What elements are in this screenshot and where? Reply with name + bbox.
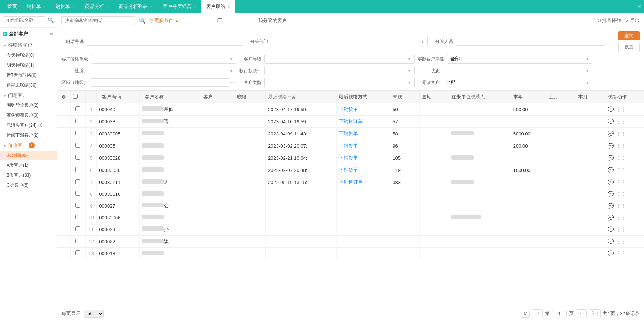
this-month-column-header[interactable]: 本月... bbox=[576, 91, 605, 103]
more-action-icon[interactable]: ⋮⋮ bbox=[616, 179, 626, 185]
last-method-link[interactable]: 下销货单 bbox=[339, 167, 358, 173]
checkbox-cell[interactable] bbox=[70, 200, 86, 212]
chat-action-icon[interactable]: 💬 bbox=[608, 226, 614, 232]
more-action-icon[interactable]: ⋮⋮ bbox=[616, 143, 626, 149]
overdue-column-header[interactable]: 逾期... bbox=[420, 91, 449, 103]
sidebar-item-overdue[interactable]: 逾期未联络(30) bbox=[0, 80, 57, 90]
last-method-column-header[interactable]: 最后联络方式 bbox=[336, 91, 390, 103]
row-checkbox[interactable] bbox=[75, 167, 80, 172]
last-method-link[interactable]: 下销售订单 bbox=[339, 119, 363, 124]
chat-action-icon[interactable]: 💬 bbox=[608, 131, 614, 137]
checkbox-cell[interactable] bbox=[70, 152, 86, 164]
sidebar-item-class-c[interactable]: C类客户(6) bbox=[0, 180, 57, 190]
payment-select[interactable]: ▼ bbox=[264, 66, 414, 75]
checkbox-cell[interactable] bbox=[70, 128, 86, 140]
row-checkbox[interactable] bbox=[75, 179, 80, 184]
checkbox-cell[interactable] bbox=[70, 248, 86, 259]
sidebar-item-7days[interactable]: 近7天待联络(0) bbox=[0, 70, 57, 80]
code-column-header[interactable]: : 客户编码 bbox=[97, 91, 140, 103]
last-method-cell[interactable]: 下销货单 bbox=[336, 128, 390, 140]
last-method-cell[interactable]: 下销售订单 bbox=[336, 116, 390, 128]
last-method-link[interactable]: 下销货单 bbox=[339, 155, 358, 160]
main-search-input[interactable] bbox=[61, 16, 135, 25]
person-dots-icon[interactable]: ··· bbox=[605, 39, 612, 45]
row-checkbox[interactable] bbox=[75, 155, 80, 160]
checkbox-cell[interactable] bbox=[70, 140, 86, 152]
more-action-icon[interactable]: ⋮⋮ bbox=[616, 203, 626, 209]
chat-action-icon[interactable]: 💬 bbox=[608, 250, 614, 256]
page-input[interactable] bbox=[552, 310, 567, 317]
name-column-header[interactable]: : 客户名称 bbox=[140, 91, 198, 103]
close-product-analysis-icon[interactable]: × bbox=[106, 4, 109, 9]
row-checkbox[interactable] bbox=[75, 239, 80, 243]
sidebar-item-ungroup[interactable]: 未分组(32) bbox=[0, 151, 57, 160]
last-method-cell[interactable] bbox=[336, 200, 390, 212]
sidebar-item-abnormal[interactable]: 囤购异常客户(2) bbox=[0, 100, 57, 110]
sidebar-search-icon[interactable]: 🔍 bbox=[47, 17, 54, 23]
checkbox-cell[interactable] bbox=[70, 176, 86, 188]
more-action-icon[interactable]: ⋮⋮ bbox=[616, 119, 626, 124]
row-checkbox[interactable] bbox=[75, 119, 80, 123]
nav-sales-order[interactable]: 销售单 × bbox=[21, 0, 50, 13]
type-column-header[interactable]: : 客户... bbox=[198, 91, 232, 103]
nature-select[interactable]: ▼ bbox=[87, 66, 236, 75]
this-year-column-header[interactable]: 本年... bbox=[511, 91, 546, 103]
phone-input[interactable] bbox=[87, 38, 243, 46]
nav-product-analysis-list[interactable]: 商品分析列表 × bbox=[114, 0, 157, 13]
last-method-cell[interactable] bbox=[336, 212, 390, 223]
not-contact-column-header[interactable]: 未联... bbox=[390, 91, 420, 103]
nav-customer-contact[interactable]: 客户联络 × bbox=[201, 0, 235, 13]
sidebar-group-value[interactable]: ▼ 价值客户 ! bbox=[0, 140, 57, 151]
sidebar-item-class-a[interactable]: A类客户(1) bbox=[0, 160, 57, 170]
customer-level-select[interactable]: ▼ bbox=[264, 54, 414, 64]
last-method-cell[interactable] bbox=[336, 236, 390, 248]
per-page-select[interactable]: 50 100 200 bbox=[84, 310, 104, 318]
checkbox-cell[interactable] bbox=[70, 212, 86, 223]
checkbox-cell[interactable] bbox=[70, 236, 86, 248]
close-customer-contact-icon[interactable]: × bbox=[228, 4, 230, 9]
status-select[interactable]: ▼ bbox=[443, 66, 592, 75]
customer-type-select[interactable]: ▼ bbox=[264, 78, 414, 87]
my-customers-checkbox[interactable] bbox=[183, 18, 257, 23]
next-page-button[interactable]: 〉 bbox=[576, 309, 587, 318]
first-page-button[interactable]: K bbox=[521, 310, 530, 318]
more-action-icon[interactable]: ⋮⋮ bbox=[616, 106, 626, 112]
checkbox-column-header[interactable] bbox=[70, 91, 86, 103]
region-input[interactable] bbox=[91, 78, 229, 87]
more-filters-button[interactable]: ▽ 更多条件 ▲ bbox=[149, 17, 179, 24]
last-month-column-header[interactable]: 上月... bbox=[546, 91, 576, 103]
batch-ops-button[interactable]: ☑ 批量操作 bbox=[597, 17, 621, 24]
checkbox-cell[interactable] bbox=[70, 164, 86, 176]
last-method-cell[interactable] bbox=[336, 248, 390, 259]
row-checkbox[interactable] bbox=[75, 143, 80, 148]
sidebar-item-tomorrow[interactable]: 明天待联络(1) bbox=[0, 60, 57, 70]
chat-action-icon[interactable]: 💬 bbox=[608, 155, 614, 161]
all-customers-header[interactable]: ⊞ 全部客户 ≪ bbox=[0, 28, 57, 40]
more-action-icon[interactable]: ⋮⋮ bbox=[616, 226, 626, 232]
chat-action-icon[interactable]: 💬 bbox=[608, 167, 614, 173]
chat-action-icon[interactable]: 💬 bbox=[608, 215, 614, 221]
more-action-icon[interactable]: ⋮⋮ bbox=[616, 215, 626, 221]
chat-action-icon[interactable]: 💬 bbox=[608, 179, 614, 185]
close-sales-order-icon[interactable]: × bbox=[43, 4, 45, 9]
sidebar-item-class-b[interactable]: B类客户(33) bbox=[0, 170, 57, 180]
chat-action-icon[interactable]: 💬 bbox=[608, 106, 614, 112]
nav-purchase-order[interactable]: 进货单 × bbox=[50, 0, 80, 13]
dept-select[interactable]: ▼ bbox=[271, 37, 427, 46]
last-method-cell[interactable] bbox=[336, 188, 390, 200]
sparse-customer-select[interactable]: 全部 ▼ bbox=[443, 78, 592, 87]
last-method-link[interactable]: 下销货单 bbox=[339, 106, 358, 112]
row-checkbox[interactable] bbox=[75, 250, 80, 255]
row-checkbox[interactable] bbox=[75, 191, 80, 196]
chat-action-icon[interactable]: 💬 bbox=[608, 143, 614, 149]
person-input[interactable] bbox=[456, 38, 605, 46]
chat-action-icon[interactable]: 💬 bbox=[608, 191, 614, 197]
close-purchase-icon[interactable]: × bbox=[72, 4, 74, 9]
select-all-checkbox[interactable] bbox=[73, 94, 78, 99]
sidebar-group-problem[interactable]: ▼ 问题客户 bbox=[0, 90, 57, 100]
last-method-link[interactable]: 下销货单 bbox=[339, 143, 358, 148]
chat-action-icon[interactable]: 💬 bbox=[608, 119, 614, 124]
last-method-link[interactable]: 下销售订单 bbox=[339, 179, 363, 185]
price-level-select[interactable]: ▼ bbox=[91, 54, 236, 64]
sparse-attr-select[interactable]: 全部 ▼ bbox=[447, 54, 592, 64]
